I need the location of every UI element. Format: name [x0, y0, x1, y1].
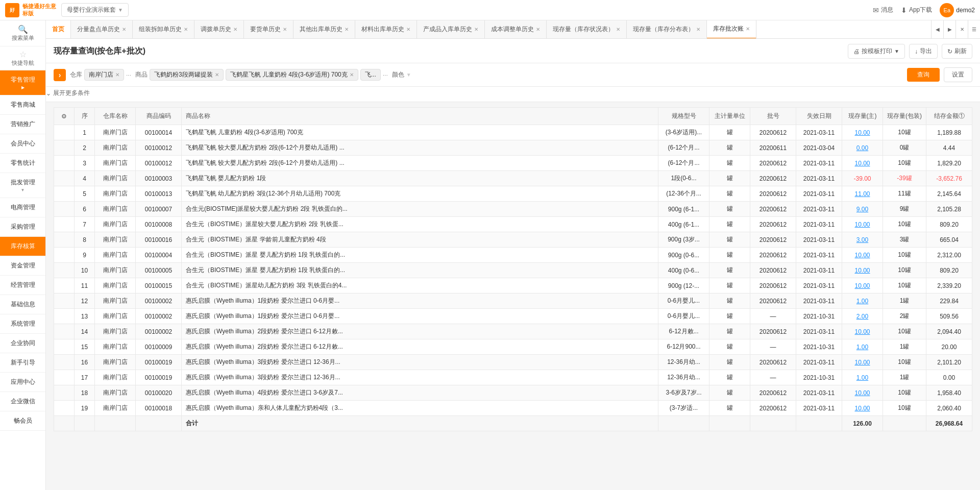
cell-code: 00100014	[136, 125, 182, 140]
product-filter-more[interactable]: ···	[383, 71, 388, 79]
sidebar-item-bizwechat[interactable]: 企业微信	[0, 392, 45, 411]
refresh-btn[interactable]: ↻ 刷新	[942, 44, 972, 59]
sidebar-item-newguide[interactable]: 新手引导	[0, 353, 45, 373]
tab-stock-dist[interactable]: 现存量（库存分布表） ✕	[627, 20, 707, 39]
warehouse-filter-tag[interactable]: 南岸门店 ✕	[84, 69, 124, 81]
tab-other-out[interactable]: 其他出库单历史 ✕	[293, 20, 355, 39]
sidebar-item-retail[interactable]: 零售管理 ▶	[0, 70, 45, 95]
expand-more-btn[interactable]: ⌄ 展开更多条件	[46, 89, 980, 97]
tab-close-icon[interactable]: ✕	[345, 27, 349, 32]
tab-close-all-btn[interactable]: ✕	[955, 20, 968, 39]
sidebar-search[interactable]: 🔍 搜索菜单	[0, 20, 45, 46]
cell-unit: 罐	[709, 309, 750, 324]
cell-stock-main[interactable]: 11.00	[842, 186, 883, 202]
tab-disassemble[interactable]: 组装拆卸单历史 ✕	[133, 20, 194, 39]
product-filter-tag2[interactable]: 飞鹤星飞帆 儿童奶粉 4段(3-6岁适用) 700克 ✕	[226, 69, 358, 81]
filter-expand-btn[interactable]: ›	[54, 69, 66, 81]
sidebar-item-member2[interactable]: 畅会员	[0, 411, 45, 431]
cell-stock-main[interactable]: 10.00	[842, 401, 883, 416]
tab-close-icon[interactable]: ✕	[122, 27, 126, 32]
cell-name: 飞鹤星飞帆 儿童奶粉 4段(3-6岁适用) 700克	[182, 125, 658, 140]
cell-settings	[54, 293, 75, 309]
tab-stock-status[interactable]: 现存量（库存状况表） ✕	[547, 20, 627, 39]
warehouse-filter-more[interactable]: ···	[126, 71, 131, 79]
cell-stock-main[interactable]: 10.00	[842, 217, 883, 232]
cell-settings	[54, 202, 75, 217]
account-dropdown[interactable]: 母婴行业演示账套 ▼	[61, 3, 129, 17]
cell-stock-main[interactable]: 1.00	[842, 339, 883, 355]
tab-close-icon[interactable]: ✕	[616, 27, 620, 32]
cell-settings	[54, 171, 75, 186]
settings-icon[interactable]: ⚙	[61, 113, 67, 120]
cell-stock-main[interactable]: 10.00	[842, 263, 883, 278]
tab-batch-account[interactable]: 库存批次账 ✕	[707, 20, 756, 39]
cell-stock-main[interactable]: 3.00	[842, 232, 883, 248]
tab-close-icon[interactable]: ✕	[233, 27, 237, 32]
sidebar-item-operation[interactable]: 经营管理	[0, 276, 45, 295]
product1-tag-close-icon[interactable]: ✕	[215, 72, 219, 78]
sidebar-item-retail-shop[interactable]: 零售商城	[0, 95, 45, 115]
tab-close-icon[interactable]: ✕	[696, 27, 700, 32]
tab-more-btn[interactable]: ☰	[968, 20, 980, 39]
col-header-settings[interactable]: ⚙	[54, 108, 75, 125]
tab-mix[interactable]: 调拨单历史 ✕	[194, 20, 244, 39]
sidebar-item-system[interactable]: 系统管理	[0, 314, 45, 334]
cell-stock-main[interactable]: 10.00	[842, 125, 883, 140]
cell-stock-main[interactable]: 0.00	[842, 140, 883, 156]
template-print-btn[interactable]: 🖨 按模板打印 ▼	[848, 44, 905, 59]
search-btn[interactable]: 查询	[907, 68, 940, 82]
sidebar-item-retail-stats[interactable]: 零售统计	[0, 154, 45, 173]
product2-tag-close-icon[interactable]: ✕	[350, 72, 354, 78]
sidebar-item-basic[interactable]: 基础信息	[0, 295, 45, 314]
setting-btn[interactable]: 设置	[944, 67, 972, 82]
sidebar-item-enterprise[interactable]: 企业协同	[0, 334, 45, 353]
sidebar-item-stock[interactable]: 库存核算	[0, 237, 45, 256]
tab-split-inventory[interactable]: 分量盘点单历史 ✕	[71, 20, 133, 39]
cell-stock-main[interactable]: 10.00	[842, 324, 883, 339]
tab-close-icon[interactable]: ✕	[184, 27, 188, 32]
tab-close-icon[interactable]: ✕	[746, 26, 750, 32]
tab-close-icon[interactable]: ✕	[536, 27, 540, 32]
tab-requisition[interactable]: 要货单历史 ✕	[244, 20, 293, 39]
cell-no: 3	[75, 156, 95, 171]
cell-stock-main[interactable]: 10.00	[842, 385, 883, 401]
cell-stock-pkg: 1罐	[883, 339, 926, 355]
cell-stock-main[interactable]: -39.00	[842, 171, 883, 186]
cell-stock-main[interactable]: 9.00	[842, 202, 883, 217]
tab-home[interactable]: 首页	[46, 20, 71, 39]
cell-stock-main[interactable]: 1.00	[842, 370, 883, 385]
tab-prev-btn[interactable]: ◀	[931, 20, 943, 39]
sidebar-item-appcenter[interactable]: 应用中心	[0, 373, 45, 392]
cell-balance: 229.84	[926, 293, 972, 309]
tab-material-out[interactable]: 材料出库单历史 ✕	[355, 20, 417, 39]
sidebar-item-purchase[interactable]: 采购管理	[0, 217, 45, 237]
tab-close-icon[interactable]: ✕	[474, 27, 478, 32]
sidebar-item-finance[interactable]: 资金管理	[0, 256, 45, 276]
warehouse-tag-close-icon[interactable]: ✕	[115, 72, 119, 78]
tab-close-icon[interactable]: ✕	[283, 27, 287, 32]
product-filter-tag1[interactable]: 飞鹤奶粉3段两罐提装 ✕	[150, 69, 224, 81]
sidebar-item-marketing[interactable]: 营销推广	[0, 115, 45, 134]
cell-stock-main[interactable]: 1.00	[842, 293, 883, 309]
cell-batch: 20200612	[750, 217, 796, 232]
export-btn[interactable]: ↓ 导出	[909, 44, 938, 59]
app-download-btn[interactable]: ⬇ App下载	[901, 6, 932, 14]
sidebar-quick-nav[interactable]: ☆ 快捷导航	[0, 46, 45, 70]
cell-stock-main[interactable]: 10.00	[842, 156, 883, 171]
cell-stock-main[interactable]: 10.00	[842, 355, 883, 370]
cell-spec: (12-36个月...	[658, 186, 709, 202]
cell-stock-main[interactable]: 2.00	[842, 309, 883, 324]
cell-stock-pkg: 1罐	[883, 293, 926, 309]
sidebar-item-ecommerce[interactable]: 电商管理	[0, 198, 45, 217]
product-filter-tag3[interactable]: 飞...	[360, 69, 381, 81]
message-btn[interactable]: ✉ 消息	[873, 6, 893, 14]
tab-close-icon[interactable]: ✕	[406, 27, 410, 32]
user-profile-btn[interactable]: Ea demo2	[940, 3, 975, 17]
cell-stock-main[interactable]: 10.00	[842, 248, 883, 263]
tab-next-btn[interactable]: ▶	[943, 20, 955, 39]
cell-stock-main[interactable]: 10.00	[842, 278, 883, 293]
tab-cost-adjust[interactable]: 成本调整单历史 ✕	[485, 20, 547, 39]
tab-product-in[interactable]: 产成品入库单历史 ✕	[417, 20, 485, 39]
sidebar-item-wholesale[interactable]: 批发管理 ▼	[0, 173, 45, 198]
sidebar-item-member[interactable]: 会员中心	[0, 134, 45, 154]
